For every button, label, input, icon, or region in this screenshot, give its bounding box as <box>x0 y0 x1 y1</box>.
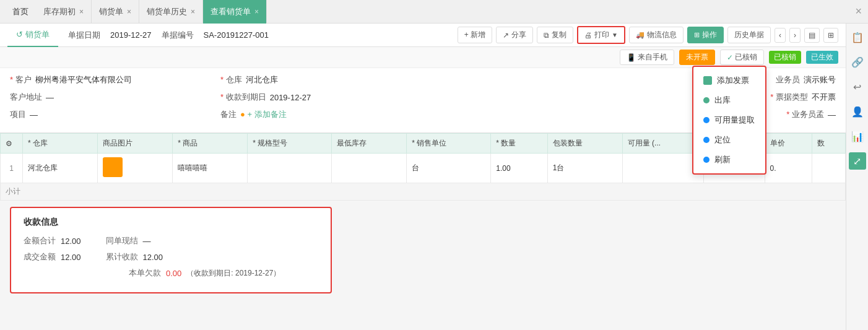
side-icon-4[interactable]: 👤 <box>849 103 866 120</box>
row-price: 0. <box>765 154 812 183</box>
confirm-button[interactable]: ✓ 已核销 <box>720 50 764 65</box>
note-label: 备注 <box>220 109 237 120</box>
amount-label: 金额合计 <box>24 235 56 246</box>
layout1-button[interactable]: ▤ <box>804 28 820 43</box>
row-warehouse: 河北仓库 <box>23 154 98 183</box>
tab-close-sales[interactable]: × <box>127 7 131 16</box>
row-img <box>98 154 173 183</box>
side-icon-3[interactable]: ↩ <box>849 78 866 95</box>
window-close-button[interactable]: × <box>855 5 862 18</box>
dropdown-add-invoice[interactable]: 添加发票 <box>693 71 765 90</box>
col-amount: 数 <box>812 134 845 154</box>
col-product: * 商品 <box>173 134 248 154</box>
checkbox-add-invoice-icon <box>703 76 712 85</box>
print-button[interactable]: 🖨 打印 ▼ <box>577 26 625 44</box>
payment-info-box: 收款信息 金额合计 12.00 同单现结 — 成交金额 12.00 累计收款 <box>10 207 332 293</box>
next-button[interactable]: › <box>789 28 801 43</box>
add-note-button[interactable]: ● + 添加备注 <box>240 109 287 120</box>
subtotal-row: 小计 <box>1 183 846 201</box>
tab-home[interactable]: 首页 <box>5 0 36 24</box>
print-dropdown-icon: ▼ <box>612 32 618 38</box>
address-label: 客户地址 <box>10 92 42 103</box>
dropdown-refresh[interactable]: 刷新 <box>693 150 765 170</box>
action-bar: 📱 来自手机 未开票 ✓ 已核销 已核销 已生效 <box>0 47 846 68</box>
col-available: 可用量 (... <box>622 134 703 154</box>
subtotal-label: 小计 <box>1 183 846 201</box>
tab-close-view-sales[interactable]: × <box>254 7 259 16</box>
col-settings[interactable]: ⚙ <box>1 134 23 154</box>
employee-value: 演示账号 <box>804 74 836 85</box>
dot-available-icon <box>703 117 710 123</box>
date-label: 单据日期 <box>68 30 100 41</box>
copy-button[interactable]: ⧉ 复制 <box>537 27 573 43</box>
ticket-type-label: 票据类型 <box>770 92 808 103</box>
col-img: 商品图片 <box>98 134 173 154</box>
gear-icon: ⚙ <box>6 139 12 148</box>
deal-amount-label: 成交金额 <box>24 251 56 263</box>
inner-tab-sales-order[interactable]: ↺ 销货单 <box>7 24 58 47</box>
customer-label: 客户 <box>10 74 32 85</box>
col-sales-unit: * 销售单位 <box>407 134 491 154</box>
row-spec <box>248 154 332 183</box>
operation-dropdown: 添加发票 出库 可用量提取 定位 刷新 <box>692 66 766 175</box>
customer-value: 柳州粤港平安气体有限公司 <box>35 74 132 85</box>
side-icon-5[interactable]: 📊 <box>849 128 866 145</box>
col-quantity: * 数量 <box>491 134 547 154</box>
new-button[interactable]: + 新增 <box>458 27 492 43</box>
arrears-label: 本单欠款 <box>129 267 161 279</box>
tab-close-inventory[interactable]: × <box>79 7 84 16</box>
not-open-button[interactable]: 未开票 <box>679 50 715 65</box>
app-container: 首页 库存期初 × 销货单 × 销货单历史 × 查看销货单 × × ↺ 销货单 <box>0 0 868 330</box>
row-pack-qty: 1台 <box>547 154 622 183</box>
dot-refresh-icon <box>703 157 710 163</box>
sales-emp-label: 业务员孟 <box>786 109 824 120</box>
payment-title: 收款信息 <box>24 217 318 228</box>
no-value: SA-20191227-001 <box>204 30 269 40</box>
plus-icon: ● <box>240 110 245 119</box>
col-spec: * 规格型号 <box>248 134 332 154</box>
logistics-icon: 🚚 <box>636 31 644 39</box>
layout2-button[interactable]: ⊞ <box>823 28 838 43</box>
col-warehouse: * 仓库 <box>23 134 98 154</box>
same-order-value: — <box>143 237 151 246</box>
dropdown-outbound[interactable]: 出库 <box>693 90 765 110</box>
prev-button[interactable]: ‹ <box>775 28 786 43</box>
phone-icon: 📱 <box>627 53 636 62</box>
same-order-label: 同单现结 <box>106 235 138 246</box>
side-icon-2[interactable]: 🔗 <box>849 53 866 71</box>
logistics-button[interactable]: 🚚 物流信息 <box>629 27 684 43</box>
tab-bar: 首页 库存期初 × 销货单 × 销货单历史 × 查看销货单 × × <box>0 0 868 24</box>
row-amount <box>812 154 845 183</box>
tab-inventory[interactable]: 库存期初 × <box>36 0 92 24</box>
side-icon-1[interactable]: 📋 <box>849 28 866 46</box>
share-icon: ↗ <box>503 31 509 40</box>
deal-amount-value: 12.00 <box>61 253 81 262</box>
tab-close-sales-history[interactable]: × <box>191 7 195 16</box>
from-phone-button[interactable]: 📱 来自手机 <box>620 50 674 65</box>
copy-icon: ⧉ <box>544 31 549 40</box>
dot-locate-icon <box>703 137 710 143</box>
col-pack-qty: 包装数量 <box>547 134 622 154</box>
confirmed-badge: 已核销 <box>769 51 801 64</box>
operation-button[interactable]: ⊞ 操作 <box>687 27 724 43</box>
tab-view-sales[interactable]: 查看销货单 × <box>203 0 267 24</box>
refresh-icon: ↺ <box>16 30 23 39</box>
warehouse-label: 仓库 <box>220 74 242 85</box>
row-product: 嘻嘻嘻嘻 <box>173 154 248 183</box>
check-icon: ✓ <box>727 53 733 62</box>
share-button[interactable]: ↗ 分享 <box>496 27 533 43</box>
side-icon-expand[interactable]: ⤢ <box>849 152 866 170</box>
col-price: 单价 <box>765 134 812 154</box>
row-sales-unit: 台 <box>407 154 491 183</box>
tab-sales[interactable]: 销货单 × <box>92 0 139 24</box>
dropdown-available-qty[interactable]: 可用量提取 <box>693 110 765 130</box>
dot-outbound-icon <box>703 97 710 103</box>
tab-sales-history[interactable]: 销货单历史 × <box>139 0 203 24</box>
history-button[interactable]: 历史单据 <box>727 27 771 43</box>
project-value: — <box>30 110 38 119</box>
right-panel: 📋 🔗 ↩ 👤 📊 ⤢ <box>846 24 868 330</box>
ticket-type-value: 不开票 <box>812 92 836 103</box>
dropdown-locate[interactable]: 定位 <box>693 130 765 150</box>
employee-label: 业务员 <box>776 74 800 85</box>
operation-icon: ⊞ <box>694 31 700 39</box>
